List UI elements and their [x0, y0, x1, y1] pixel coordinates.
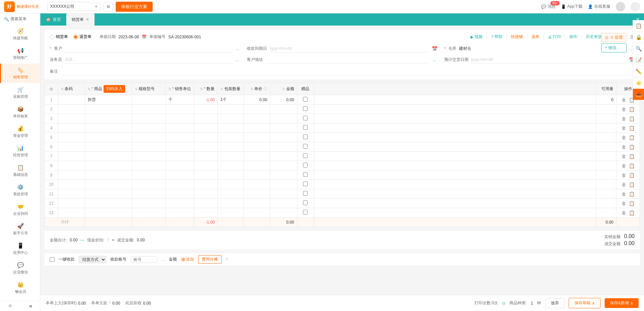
row-spec-4[interactable] — [132, 123, 166, 133]
app-download-button[interactable]: 📱 App下载 — [561, 4, 582, 9]
row-price-3[interactable] — [243, 114, 270, 123]
tab-sales-order[interactable]: 销货单 ✕ — [66, 13, 94, 26]
row-copy-icon-3[interactable]: 📋 — [629, 116, 635, 121]
row-amount-5[interactable] — [270, 133, 297, 142]
row-gift-7[interactable] — [297, 152, 314, 161]
row-spec-12[interactable] — [132, 199, 166, 208]
row-goods-11[interactable] — [85, 189, 132, 199]
payment-date-calendar-icon[interactable]: 📅 — [432, 46, 438, 51]
row-delete-icon-13[interactable]: 🗑 — [621, 210, 626, 216]
row-copy-icon-12[interactable]: 📋 — [629, 201, 635, 206]
vr-icon-5[interactable]: ✏️ — [633, 66, 644, 77]
radio-sales[interactable]: 销货单 — [50, 34, 68, 40]
row-unit-5[interactable] — [166, 133, 194, 142]
video-link[interactable]: ▶ 视频 — [470, 34, 483, 40]
sidebar-search[interactable]: 🔍 搜索菜单 — [0, 13, 40, 25]
row-goods-12[interactable] — [85, 199, 132, 208]
sidebar-collapse-icon[interactable]: ◀ — [29, 304, 32, 308]
row-gift-1[interactable] — [297, 95, 314, 105]
row-goods-2[interactable] — [85, 105, 132, 114]
row-amount-9[interactable] — [270, 170, 297, 180]
row-barcode-1[interactable] — [58, 95, 85, 105]
row-gift-6[interactable] — [297, 142, 314, 152]
row-unit-3[interactable] — [166, 114, 194, 123]
row-delete-icon-7[interactable]: 🗑 — [621, 154, 626, 159]
row-amount-8[interactable] — [270, 161, 297, 170]
vr-icon-7[interactable]: 📤 — [633, 89, 644, 100]
row-gift-13[interactable] — [297, 208, 314, 218]
row-unit-4[interactable] — [166, 123, 194, 133]
row-gift-8[interactable] — [297, 161, 314, 170]
row-goods-7[interactable] — [85, 152, 132, 161]
sidebar-item-operations[interactable]: 📊 经营管理 — [0, 142, 40, 161]
row-delete-icon-6[interactable]: 🗑 — [621, 144, 626, 150]
sidebar-settings-icon[interactable]: ⚙ — [8, 304, 12, 308]
company-selector[interactable]: XXXXXX公司 ▼ — [47, 2, 101, 11]
user-avatar-2[interactable] — [631, 2, 640, 11]
add-payment-btn[interactable]: ⊕ 添加 — [181, 256, 194, 263]
vr-icon-3[interactable]: 🔍 — [633, 43, 644, 54]
row-spec-3[interactable] — [132, 114, 166, 123]
row-spec-1[interactable] — [132, 95, 166, 105]
sidebar-item-finance[interactable]: 💰 资金管理 — [0, 122, 40, 142]
row-pkgqty-8[interactable] — [218, 161, 243, 170]
row-spec-2[interactable] — [132, 105, 166, 114]
row-delete-icon-4[interactable]: 🗑 — [621, 125, 626, 131]
row-goods-9[interactable] — [85, 170, 132, 180]
row-barcode-11[interactable] — [58, 189, 85, 199]
row-amount-12[interactable] — [270, 199, 297, 208]
row-unit-6[interactable] — [166, 142, 194, 152]
sidebar-item-marketing[interactable]: 📢 营销推广 — [0, 44, 40, 64]
row-price-2[interactable] — [243, 105, 270, 114]
row-qty-6[interactable] — [194, 142, 218, 152]
row-qty-5[interactable] — [194, 133, 218, 142]
row-copy-icon-2[interactable]: 📋 — [629, 107, 635, 112]
row-barcode-2[interactable] — [58, 105, 85, 114]
sidebar-item-member[interactable]: 👑 畅会员 — [0, 278, 40, 298]
row-barcode-13[interactable] — [58, 208, 85, 218]
row-spec-13[interactable] — [132, 208, 166, 218]
row-qty-12[interactable] — [194, 199, 218, 208]
radio-return[interactable]: 退货单 — [73, 34, 91, 40]
customer-input[interactable] — [65, 45, 232, 52]
settings-button[interactable]: ⚙ — [104, 2, 113, 11]
row-spec-10[interactable] — [132, 180, 166, 189]
tab-home[interactable]: 🏠 首页 — [40, 13, 66, 26]
price-info-icon[interactable]: ⓘ — [264, 87, 267, 91]
row-pkgqty-4[interactable] — [218, 123, 243, 133]
row-copy-icon-4[interactable]: 📋 — [629, 125, 635, 131]
sidebar-item-purchase[interactable]: 🛒 采购管理 — [0, 83, 40, 103]
row-unit-2[interactable] — [166, 105, 194, 114]
row-unit-11[interactable] — [166, 189, 194, 199]
row-amount-2[interactable] — [270, 105, 297, 114]
row-barcode-8[interactable] — [58, 161, 85, 170]
row-qty-7[interactable] — [194, 152, 218, 161]
row-goods-5[interactable] — [85, 133, 132, 142]
row-copy-icon-7[interactable]: 📋 — [629, 154, 635, 159]
sidebar-item-guide[interactable]: 🚀 新手引导 — [0, 220, 40, 239]
row-amount-7[interactable] — [270, 152, 297, 161]
select-link[interactable]: 选单 — [531, 34, 539, 40]
sidebar-item-basics[interactable]: 📋 基础信息 — [0, 161, 40, 181]
account-dots[interactable]: ... — [161, 257, 165, 262]
row-pkgqty-3[interactable] — [218, 114, 243, 123]
row-price-9[interactable] — [243, 170, 270, 180]
row-price-4[interactable] — [243, 123, 270, 133]
vr-icon-6[interactable]: ⭐ — [633, 77, 644, 89]
row-copy-icon-9[interactable]: 📋 — [629, 172, 635, 178]
row-qty-4[interactable] — [194, 123, 218, 133]
sidebar-item-appstore[interactable]: 📱 应用中心 — [0, 239, 40, 259]
help-link[interactable]: ? 帮助 — [491, 34, 502, 40]
address-dots[interactable]: ... — [431, 57, 438, 62]
row-price-1[interactable]: 0.00 — [243, 95, 270, 105]
row-gift-9[interactable] — [297, 170, 314, 180]
row-unit-1[interactable]: 个 — [166, 95, 194, 105]
row-copy-icon-5[interactable]: 📋 — [629, 135, 635, 140]
row-amount-13[interactable] — [270, 208, 297, 218]
row-price-7[interactable] — [243, 152, 270, 161]
row-goods-3[interactable] — [85, 114, 132, 123]
row-qty-2[interactable] — [194, 105, 218, 114]
settlement-method-select[interactable]: 结算方式 — [79, 256, 106, 263]
row-unit-10[interactable] — [166, 180, 194, 189]
row-qty-13[interactable] — [194, 208, 218, 218]
